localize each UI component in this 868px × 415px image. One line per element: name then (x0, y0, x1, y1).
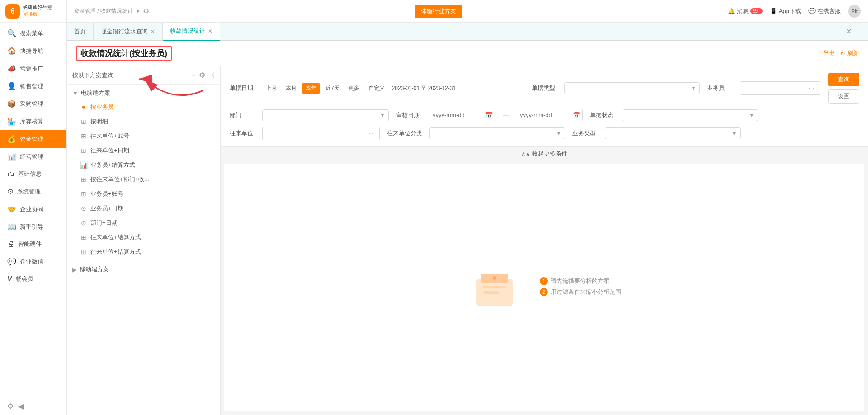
mobile-toggle-icon: ▶ (72, 266, 77, 273)
export-btn[interactable]: ↑ 导出 (819, 49, 835, 57)
refresh-icon: ↻ (840, 50, 845, 57)
enterprise-nav-icon: 🤝 (7, 205, 16, 213)
empty-step-1: 1 请先选择要分析的方案 (540, 277, 621, 285)
date-btn-last-month[interactable]: 上月 (262, 83, 280, 94)
message-btn[interactable]: 🔔 消息 99+ (728, 7, 763, 15)
scheme-item-salesman-date[interactable]: ⊙ 业务员+日期 (67, 201, 220, 216)
scheme-item-dept-date[interactable]: ⊙ 部门+日期 (67, 216, 220, 230)
sidebar-item-smart[interactable]: 🖨 智能硬件 (0, 236, 66, 253)
collapse-sidebar-icon[interactable]: ◀ (18, 402, 24, 410)
business-type-select[interactable]: ▾ (605, 127, 741, 139)
collapse-panel-icon[interactable]: 《 (209, 71, 215, 80)
left-panel-title: 按以下方案查询 (72, 71, 188, 80)
app-name: 畅捷通好生意 (23, 4, 52, 10)
sidebar-nav: 🔍 搜索菜单 🏠 快捷导航 📣 营销推广 👤 销售管理 📦 采购管理 🏪 库存核… (0, 23, 66, 397)
download-icon: 📱 (770, 8, 777, 14)
refresh-btn[interactable]: ↻ 刷新 (840, 49, 859, 57)
partner-more-icon[interactable]: ··· (365, 129, 375, 137)
settings-icon[interactable]: ⚙ (7, 402, 14, 410)
scheme-item-partner-settlement2[interactable]: ⊞ 往来单位+结算方式 (67, 245, 220, 259)
scheme-item-partner-date[interactable]: ⊞ 往来单位+日期 (67, 143, 220, 158)
scheme-item-salesman-account[interactable]: ⊞ 业务员+账号 (67, 187, 220, 201)
sidebar-item-system[interactable]: ⚙ 系统管理 (0, 183, 66, 200)
date-btn-custom[interactable]: 自定义 (365, 83, 388, 94)
salesman-account-icon: ⊞ (80, 190, 88, 198)
date-btn-this-month[interactable]: 本月 (282, 83, 300, 94)
voucher-type-select[interactable]: ▾ (564, 82, 700, 94)
scheme-item-salesman-settlement[interactable]: 📊 业务员+结算方式 (67, 158, 220, 172)
scheme-item-partner-account[interactable]: ⊞ 往来单位+账号 (67, 129, 220, 143)
review-date-start-input[interactable] (429, 109, 483, 121)
page-header: 收款情况统计(按业务员) ↑ 导出 ↻ 刷新 (67, 41, 868, 66)
home-nav-icon: 🏠 (7, 47, 16, 55)
setting-btn[interactable]: 设置 (828, 89, 859, 104)
sidebar-item-enterprise[interactable]: 🤝 企业协同 (0, 200, 66, 218)
partner-select[interactable]: ··· (262, 127, 380, 140)
scheme-item-partner-dept[interactable]: ⊞ 按往来单位+部门+收... (67, 172, 220, 187)
partner-label: 往来单位 (230, 129, 255, 137)
tab-close-receipt-stats[interactable]: ✕ (208, 28, 212, 34)
date-btn-7days[interactable]: 近7天 (322, 83, 343, 94)
desktop-group-header[interactable]: ▼ 电脑端方案 (67, 86, 220, 100)
ps2-icon: ⊞ (80, 248, 88, 255)
date-btn-more[interactable]: 更多 (345, 83, 363, 94)
topbar: 资金管理 / 收款情况统计 ▾ ⚙ 体验行业方案 🔔 消息 99+ 📱 App下… (67, 0, 868, 23)
scheme-item-by-salesman[interactable]: ● 按业务员 (67, 100, 220, 114)
sidebar-item-basic[interactable]: 🗂 基础信息 (0, 165, 66, 183)
trial-btn[interactable]: 体验行业方案 (415, 5, 462, 18)
tab-home[interactable]: 首页 (67, 23, 94, 41)
fund-nav-icon: 💰 (7, 135, 16, 143)
date-btn-this-year[interactable]: 本年 (302, 83, 320, 94)
window-close-icon[interactable]: ✕ (846, 27, 852, 36)
sidebar-item-marketing[interactable]: 📣 营销推广 (0, 60, 66, 77)
sidebar: 6 畅捷通好生意 标准版 🔍 搜索菜单 🏠 快捷导航 📣 营销推广 👤 销售管理… (0, 0, 67, 415)
add-scheme-icon[interactable]: + (191, 71, 195, 80)
sidebar-item-operation[interactable]: 📊 经营管理 (0, 148, 66, 165)
review-date-end-input[interactable] (516, 109, 571, 121)
online-service-btn[interactable]: 💬 在线客服 (808, 7, 841, 15)
tab-close-bank-flow[interactable]: ✕ (151, 28, 155, 35)
sidebar-item-search[interactable]: 🔍 搜索菜单 (0, 24, 66, 42)
user-avatar[interactable]: Rit (848, 5, 861, 18)
partner-category-select[interactable]: ▾ (429, 127, 565, 139)
dept-select[interactable]: ▾ (262, 109, 389, 121)
salesman-more-icon[interactable]: ··· (807, 84, 816, 92)
sidebar-item-warehouse[interactable]: 🏪 库存核算 (0, 113, 66, 130)
scheme-item-by-detail[interactable]: ⊞ 按明细 (67, 114, 220, 129)
sidebar-item-member[interactable]: V 畅会员 (0, 270, 66, 288)
salesman-label: 业务员 (707, 84, 732, 92)
review-date-start-cal-icon[interactable]: 📅 (483, 109, 495, 121)
scheme-settings-icon[interactable]: ⚙ (199, 71, 205, 80)
system-nav-icon: ⚙ (7, 187, 14, 196)
warehouse-nav-icon: 🏪 (7, 117, 16, 126)
query-btn[interactable]: 查询 (828, 73, 859, 86)
salesman-settlement-icon: 📊 (80, 161, 88, 169)
sidebar-item-purchase[interactable]: 📦 采购管理 (0, 95, 66, 113)
sidebar-item-guide[interactable]: 📖 新手引导 (0, 218, 66, 236)
sidebar-item-wechat[interactable]: 💬 企业微信 (0, 253, 66, 270)
scheme-item-partner-settlement1[interactable]: ⊞ 往来单位+结算方式 (67, 230, 220, 245)
window-maximize-icon[interactable]: ⛶ (855, 28, 863, 36)
dept-label: 部门 (230, 111, 255, 119)
topbar-gear-icon[interactable]: ⚙ (143, 7, 149, 15)
sidebar-item-fund[interactable]: 💰 资金管理 (0, 130, 66, 148)
review-date-label: 审核日期 (396, 111, 421, 119)
filter-area: 单据日期 上月 本月 本年 近7天 更多 自定义 2023-01-01 至 20… (221, 66, 868, 147)
salesman-select[interactable]: ··· (740, 81, 821, 95)
sidebar-item-quick-nav[interactable]: 🏠 快捷导航 (0, 42, 66, 60)
date-dash: — (503, 112, 509, 118)
tab-bank-flow[interactable]: 现金银行流水查询 ✕ (94, 23, 163, 41)
collapse-filter-btn[interactable]: ∧∧ 收起更多条件 (221, 147, 868, 160)
sidebar-bottom: ⚙ ◀ (0, 397, 66, 415)
mobile-group-header[interactable]: ▶ 移动端方案 (67, 263, 220, 276)
empty-step-2: 2 用过滤条件来缩小分析范围 (540, 288, 621, 296)
voucher-status-select[interactable]: ▾ (623, 109, 758, 121)
review-date-end-cal-icon[interactable]: 📅 (571, 109, 582, 121)
breadcrumb-dropdown-icon[interactable]: ▾ (137, 8, 139, 14)
desktop-scheme-group: ▼ 电脑端方案 ● 按业务员 ⊞ 按明细 ⊞ 往来单位+账号 ⊞ 往来单位+ (67, 85, 220, 261)
tab-receipt-stats[interactable]: 收款情况统计 ✕ (163, 23, 220, 41)
purchase-nav-icon: 📦 (7, 99, 16, 108)
review-date-end-group: 📅 (516, 109, 583, 121)
sidebar-item-sales[interactable]: 👤 销售管理 (0, 77, 66, 95)
app-download-btn[interactable]: 📱 App下载 (770, 7, 801, 15)
